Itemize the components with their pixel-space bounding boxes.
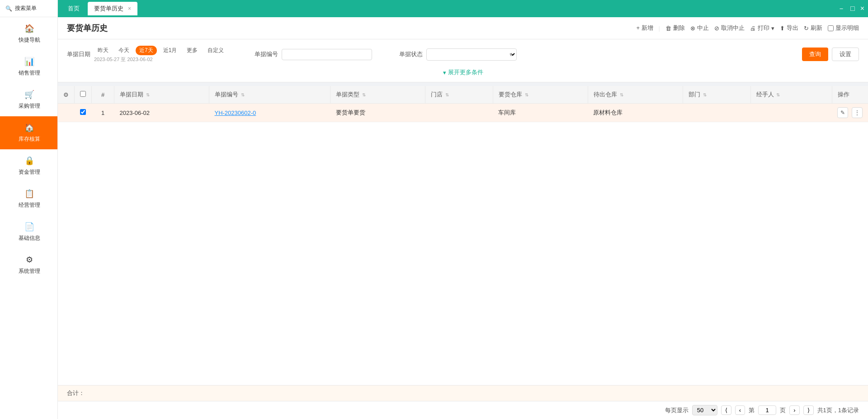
doc-no-link[interactable]: YH-20230602-0 xyxy=(214,110,256,116)
table-row[interactable]: 1 2023-06-02 YH-20230602-0 要货单要货 车间库 原材料… xyxy=(58,104,868,122)
row-pending-warehouse-cell: 原材料仓库 xyxy=(588,104,683,122)
table-area: ⚙ # 单据日期 ⇅ 单据编号 ⇅ 单据类型 ⇅ 门店 ⇅ 要货仓库 ⇅ 待出仓… xyxy=(58,86,868,419)
sidebar-search[interactable]: 🔍 搜索菜单 xyxy=(0,0,57,17)
first-page-btn[interactable]: ⟨ xyxy=(721,405,731,415)
finance-icon: 🔒 xyxy=(24,156,34,166)
window-minimize-icon[interactable]: － xyxy=(838,4,845,14)
doc-no-input[interactable] xyxy=(282,49,372,60)
tab-bar: 首页 要货单历史 × － □ × xyxy=(58,0,868,17)
delete-label: 删除 xyxy=(673,24,685,32)
col-check xyxy=(75,86,92,104)
stop-icon: ⊗ xyxy=(690,25,695,32)
status-filter-group: 单据状态 ▾ xyxy=(399,48,513,61)
date-range-display: 2023-05-27 至 2023-06-02 xyxy=(94,56,227,63)
date-shortcuts: 昨天今天近7天近1月更多自定义 xyxy=(94,46,227,55)
last-page-btn[interactable]: ⟩ xyxy=(803,405,814,415)
window-close-icon[interactable]: × xyxy=(860,5,864,13)
sidebar-search-label: 搜索菜单 xyxy=(15,5,37,12)
sidebar-label-operations: 经营管理 xyxy=(19,201,40,209)
expand-more-btn[interactable]: ▾ 展开更多条件 xyxy=(67,67,859,78)
row-num-cell: 1 xyxy=(92,104,114,122)
print-button[interactable]: 🖨 打印 ▾ xyxy=(750,24,774,32)
col-settings[interactable]: ⚙ xyxy=(58,86,75,104)
sidebar-item-sales[interactable]: 📊 销售管理 xyxy=(0,50,57,83)
table-header-row: ⚙ # 单据日期 ⇅ 单据编号 ⇅ 单据类型 ⇅ 门店 ⇅ 要货仓库 ⇅ 待出仓… xyxy=(58,86,868,104)
window-restore-icon[interactable]: □ xyxy=(850,5,855,13)
tab-home-label: 首页 xyxy=(68,5,80,13)
refresh-label: 刷新 xyxy=(811,24,822,32)
table-scroll[interactable]: ⚙ # 单据日期 ⇅ 单据编号 ⇅ 单据类型 ⇅ 门店 ⇅ 要货仓库 ⇅ 待出仓… xyxy=(58,86,868,385)
page-label-first: 第 xyxy=(749,406,755,414)
tab-home[interactable]: 首页 xyxy=(61,2,86,15)
row-department-cell xyxy=(683,104,750,122)
main-area: 首页 要货单历史 × － □ × 要货单历史 + 新增 | 🗑 删除 ⊗ xyxy=(58,0,868,419)
print-icon: 🖨 xyxy=(750,25,756,32)
cancel-stop-icon: ⊘ xyxy=(714,25,719,32)
row-more-btn[interactable]: ⋮ xyxy=(852,107,863,118)
sidebar-label-finance: 资金管理 xyxy=(19,168,40,176)
export-button[interactable]: ⬆ 导出 xyxy=(780,24,798,32)
row-check-cell[interactable] xyxy=(75,104,92,122)
content-wrapper: 要货单历史 + 新增 | 🗑 删除 ⊗ 中止 ⊘ 取消中止 🖨 xyxy=(58,17,868,419)
delete-icon: 🗑 xyxy=(665,25,671,32)
date-shortcut-昨天[interactable]: 昨天 xyxy=(94,46,112,55)
tab-close-icon[interactable]: × xyxy=(128,5,131,12)
row-settings-cell xyxy=(58,104,75,122)
date-shortcut-自定义[interactable]: 自定义 xyxy=(204,46,227,55)
date-shortcut-近1月[interactable]: 近1月 xyxy=(160,46,181,55)
col-department: 部门 ⇅ xyxy=(683,86,750,104)
query-button[interactable]: 查询 xyxy=(802,48,828,61)
expand-more-label: 展开更多条件 xyxy=(448,68,483,76)
tab-current-label: 要货单历史 xyxy=(94,5,123,13)
date-filter-group: 单据日期 昨天今天近7天近1月更多自定义 2023-05-27 至 2023-0… xyxy=(67,46,227,63)
search-icon: 🔍 xyxy=(5,5,12,12)
cancel-stop-label: 取消中止 xyxy=(721,24,745,32)
stop-button[interactable]: ⊗ 中止 xyxy=(690,24,709,32)
date-shortcut-今天[interactable]: 今天 xyxy=(115,46,133,55)
show-detail-input[interactable] xyxy=(828,25,834,31)
select-all-checkbox[interactable] xyxy=(80,91,86,97)
sidebar: 🔍 搜索菜单 🏠 快捷导航 📊 销售管理 🛒 采购管理 🏠 库存核算 🔒 资金管… xyxy=(0,0,58,419)
settings-button[interactable]: 设置 xyxy=(832,48,859,61)
date-shortcut-更多[interactable]: 更多 xyxy=(183,46,201,55)
quick-nav-icon: 🏠 xyxy=(24,24,34,33)
new-button[interactable]: + 新增 xyxy=(636,24,653,32)
purchase-icon: 🛒 xyxy=(24,90,34,100)
page-title: 要货单历史 xyxy=(67,23,636,33)
print-dropdown-icon: ▾ xyxy=(771,25,774,32)
pagination-bar: 每页显示 2050100200 ⟨ ‹ 第 页 › ⟩ 共1页，1条记录 xyxy=(58,401,868,419)
tab-current[interactable]: 要货单历史 × xyxy=(88,2,137,15)
page-size-select[interactable]: 2050100200 xyxy=(692,405,717,415)
row-checkbox[interactable] xyxy=(80,109,86,115)
inventory-icon: 🏠 xyxy=(24,123,34,133)
next-page-btn[interactable]: › xyxy=(789,405,799,415)
page-number-input[interactable] xyxy=(758,405,776,415)
sidebar-item-basic-info[interactable]: 📄 基础信息 xyxy=(0,215,57,248)
basic-info-icon: 📄 xyxy=(24,222,34,232)
row-edit-btn[interactable]: ✎ xyxy=(837,107,848,118)
sidebar-item-purchase[interactable]: 🛒 采购管理 xyxy=(0,83,57,116)
summary-label: 合计： xyxy=(67,390,85,396)
sidebar-label-basic-info: 基础信息 xyxy=(19,234,40,242)
delete-button[interactable]: 🗑 删除 xyxy=(665,24,685,32)
doc-no-label: 单据编号 xyxy=(255,50,278,58)
row-req-warehouse-cell: 车间库 xyxy=(493,104,588,122)
refresh-icon: ↻ xyxy=(804,25,809,32)
show-detail-checkbox[interactable]: 显示明细 xyxy=(828,24,859,32)
sidebar-item-system[interactable]: ⚙ 系统管理 xyxy=(0,248,57,281)
prev-page-btn[interactable]: ‹ xyxy=(735,405,745,415)
filter-area: 单据日期 昨天今天近7天近1月更多自定义 2023-05-27 至 2023-0… xyxy=(58,39,868,82)
row-docno-cell[interactable]: YH-20230602-0 xyxy=(209,104,330,122)
operations-icon: 📋 xyxy=(24,189,34,199)
sidebar-item-finance[interactable]: 🔒 资金管理 xyxy=(0,149,57,182)
date-shortcut-近7天[interactable]: 近7天 xyxy=(136,46,157,55)
status-select[interactable] xyxy=(426,48,517,61)
page-header: 要货单历史 + 新增 | 🗑 删除 ⊗ 中止 ⊘ 取消中止 🖨 xyxy=(58,17,868,39)
sidebar-item-operations[interactable]: 📋 经营管理 xyxy=(0,182,57,215)
sidebar-item-quick-nav[interactable]: 🏠 快捷导航 xyxy=(0,17,57,50)
status-label: 单据状态 xyxy=(399,50,423,58)
cancel-stop-button[interactable]: ⊘ 取消中止 xyxy=(714,24,745,32)
sales-icon: 📊 xyxy=(24,57,34,67)
sidebar-item-inventory[interactable]: 🏠 库存核算 xyxy=(0,116,57,149)
refresh-button[interactable]: ↻ 刷新 xyxy=(804,24,822,32)
